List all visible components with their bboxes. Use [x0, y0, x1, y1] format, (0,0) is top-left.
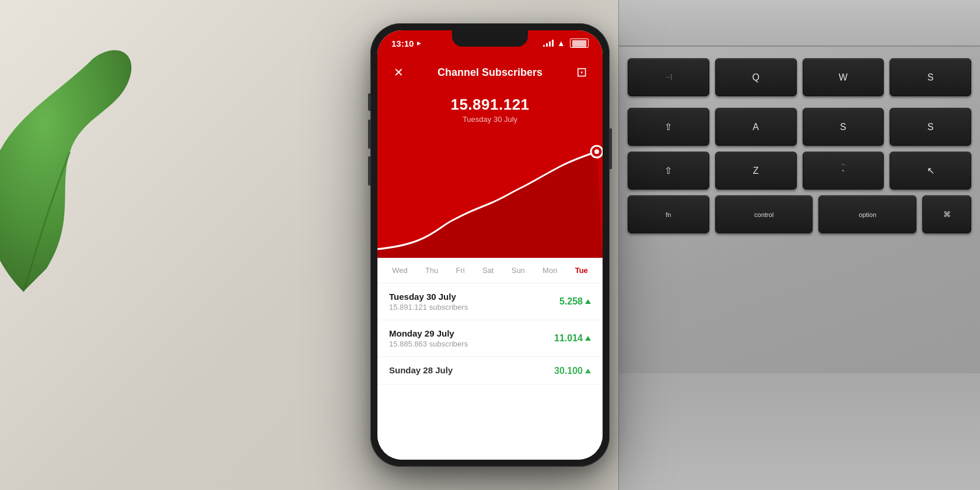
key-empty-1[interactable]: S: [890, 58, 971, 96]
phone-notch: [452, 30, 528, 47]
phone-power-button: [610, 128, 612, 169]
phone-mute-button: [368, 93, 370, 111]
item-subs-2: 15.885.863 subscribers: [389, 340, 554, 348]
phone-screen: 13:10 ▸ ▲ ▓▓▓: [377, 30, 603, 460]
key-a[interactable]: A: [715, 108, 797, 146]
day-sat[interactable]: Sat: [482, 266, 494, 275]
keyboard-row-2: ⇧ A S S: [619, 108, 980, 152]
item-date-3: Sunday 28 July: [389, 365, 554, 375]
day-labels-bar: Wed Thu Fri Sat Sun Mon Tue: [377, 258, 603, 284]
status-icons: ▲ ▓▓▓: [543, 38, 589, 48]
key-caps[interactable]: ⇧: [628, 108, 709, 146]
camera-button[interactable]: ⊡: [572, 63, 591, 82]
laptop-body: [619, 373, 980, 490]
chart-area[interactable]: 15.891.121 Tuesday 30 July: [377, 89, 603, 258]
keyboard-row-4: fn control option ⌘: [619, 195, 980, 239]
key-s[interactable]: S: [803, 108, 884, 146]
keyboard-background: →| Q W S ⇧ A S S ⇧ Z ~: [618, 0, 980, 490]
key-control[interactable]: control: [715, 195, 813, 233]
list-item[interactable]: Tuesday 30 July 15.891.121 subscribers 5…: [377, 284, 603, 320]
key-tab[interactable]: →|: [628, 58, 709, 96]
item-change-1: 5.258: [559, 296, 591, 307]
key-fn[interactable]: fn: [628, 195, 709, 233]
key-tilde[interactable]: ~ `: [803, 152, 884, 190]
day-tue[interactable]: Tue: [575, 266, 588, 275]
signal-icon: [543, 40, 554, 47]
key-arrow[interactable]: ↖: [890, 152, 971, 190]
chart-date: Tuesday 30 July: [377, 115, 603, 124]
key-w[interactable]: W: [803, 58, 884, 96]
item-date-2: Monday 29 July: [389, 328, 554, 338]
key-empty-2[interactable]: S: [890, 108, 971, 146]
day-sun[interactable]: Sun: [512, 266, 525, 275]
arrow-up-icon: [585, 369, 591, 373]
leaf-decoration: [0, 47, 152, 292]
keyboard-top: [619, 0, 980, 47]
phone-volume-down: [368, 156, 370, 186]
list-item[interactable]: Sunday 28 July 30.100: [377, 357, 603, 385]
keyboard-row-1: →| Q W S: [619, 47, 980, 108]
chart-svg: [377, 141, 603, 258]
close-button[interactable]: ✕: [389, 63, 408, 82]
arrow-up-icon: [585, 299, 591, 304]
key-q[interactable]: Q: [715, 58, 797, 96]
app-header: ✕ Channel Subscribers ⊡: [377, 56, 603, 89]
item-subs-1: 15.891.121 subscribers: [389, 303, 559, 312]
day-mon[interactable]: Mon: [542, 266, 557, 275]
chart-stats: 15.891.121 Tuesday 30 July: [377, 89, 603, 127]
battery-icon: ▓▓▓: [570, 38, 589, 48]
phone-volume-up: [368, 120, 370, 149]
phone-device: 13:10 ▸ ▲ ▓▓▓: [370, 23, 610, 467]
item-change-3: 30.100: [554, 366, 591, 376]
svg-point-1: [594, 149, 599, 154]
list-item[interactable]: Monday 29 July 15.885.863 subscribers 11…: [377, 320, 603, 357]
data-list: Tuesday 30 July 15.891.121 subscribers 5…: [377, 284, 603, 460]
status-time: 13:10 ▸: [391, 38, 421, 48]
day-wed[interactable]: Wed: [392, 266, 408, 275]
day-fri[interactable]: Fri: [456, 266, 465, 275]
keyboard-row-3: ⇧ Z ~ ` ↖: [619, 152, 980, 195]
key-shift-left[interactable]: ⇧: [628, 152, 709, 190]
key-z[interactable]: Z: [715, 152, 797, 190]
item-date-1: Tuesday 30 July: [389, 292, 559, 302]
app-title: Channel Subscribers: [408, 66, 572, 79]
item-change-2: 11.014: [554, 333, 591, 344]
day-thu[interactable]: Thu: [425, 266, 438, 275]
chart-value: 15.891.121: [377, 96, 603, 114]
location-icon: ▸: [417, 39, 421, 47]
wifi-icon: ▲: [557, 38, 565, 48]
key-option[interactable]: option: [818, 195, 916, 233]
key-cmd[interactable]: ⌘: [922, 195, 971, 233]
arrow-up-icon: [585, 336, 591, 341]
phone-container: 13:10 ▸ ▲ ▓▓▓: [370, 23, 610, 467]
